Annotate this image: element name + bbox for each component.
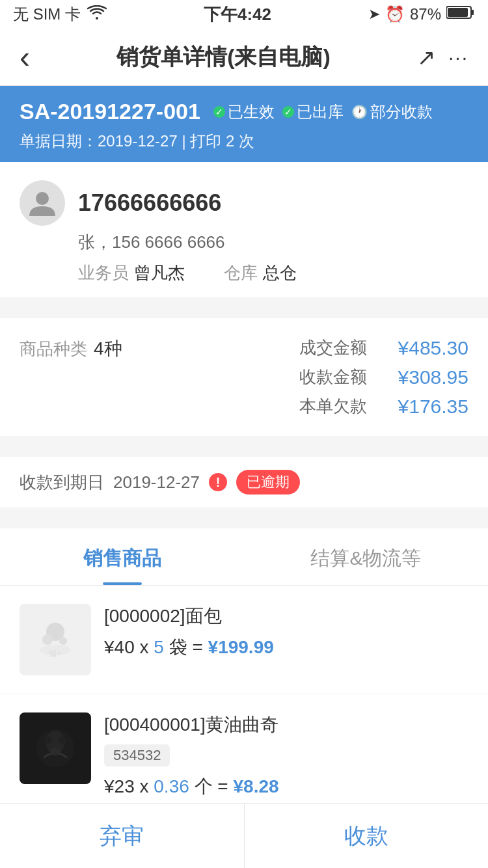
page-title: 销货单详情(来自电脑) — [116, 42, 331, 72]
wifi-icon — [87, 5, 107, 23]
unit-2: 个 — [195, 776, 213, 796]
battery-icon — [446, 5, 475, 23]
svg-point-8 — [40, 645, 71, 655]
tabs-section: 销售商品 结算&物流等 — [0, 528, 488, 586]
order-id-row: SA-20191227-001 ✓ 已生效 ✓ 已出库 🕐 部分收款 — [20, 99, 468, 124]
deal-amount-row: 成交金额 ¥485.30 — [299, 336, 468, 359]
svg-rect-2 — [448, 8, 468, 17]
warehouse-label: 仓库 — [224, 262, 258, 284]
amounts-section: 成交金额 ¥485.30 收款金额 ¥308.95 本单欠款 ¥176.35 — [299, 336, 468, 418]
svg-point-14 — [49, 748, 61, 755]
shipped-dot: ✓ — [282, 106, 294, 118]
status-time: 下午4:42 — [204, 3, 271, 26]
clock-icon: 🕐 — [351, 104, 368, 120]
tab-settlement[interactable]: 结算&物流等 — [244, 528, 488, 585]
product-image-2 — [20, 712, 91, 784]
status-tags: ✓ 已生效 ✓ 已出库 🕐 部分收款 — [213, 102, 433, 122]
received-amount-row: 收款金额 ¥308.95 — [299, 366, 468, 388]
svg-point-5 — [42, 634, 53, 645]
alarm-icon: ⏰ — [385, 5, 405, 23]
confirm-button[interactable]: 收款 — [245, 804, 489, 868]
nav-bar: ‹ 销货单详情(来自电脑) ↗ ··· — [0, 29, 488, 86]
product-types-value: 4种 — [94, 336, 122, 361]
debt-amount-row: 本单欠款 ¥176.35 — [299, 395, 468, 418]
product-sku-2: 534532 — [104, 744, 170, 766]
active-dot: ✓ — [213, 106, 225, 118]
svg-point-13 — [59, 737, 66, 744]
price-1: ¥40 — [104, 637, 135, 657]
employee-row: 业务员 曾凡杰 仓库 总仓 — [78, 262, 468, 284]
status-shipped: ✓ 已出库 — [282, 102, 344, 122]
gap-3 — [0, 518, 488, 528]
unit-1: 袋 — [169, 637, 187, 657]
product-price-2: ¥23 x 0.36 个 = ¥8.28 — [104, 774, 468, 799]
due-date-label: 收款到期日 — [20, 471, 104, 494]
warehouse-value: 总仓 — [263, 262, 297, 284]
order-date: 单据日期：2019-12-27 | 打印 2 次 — [20, 131, 468, 152]
salesperson-value: 曾凡杰 — [134, 262, 185, 284]
status-right: ➤ ⏰ 87% — [368, 5, 475, 23]
gap-2 — [0, 446, 488, 457]
overdue-badge: 已逾期 — [236, 470, 300, 495]
back-button[interactable]: ‹ — [20, 39, 30, 75]
reject-button[interactable]: 弃审 — [0, 804, 245, 868]
received-amount-value: ¥308.95 — [377, 366, 468, 388]
svg-rect-1 — [471, 10, 474, 15]
debt-amount-label: 本单欠款 — [299, 395, 367, 418]
product-types-label: 商品种类 — [20, 338, 87, 360]
product-price-1: ¥40 x 5 袋 = ¥199.99 — [104, 635, 468, 660]
bottom-bar: 弃审 收款 — [0, 803, 488, 868]
due-date-value: 2019-12-27 — [113, 472, 200, 493]
nav-right: ↗ ··· — [417, 44, 468, 70]
share-icon[interactable]: ↗ — [417, 44, 435, 70]
avatar — [20, 180, 65, 226]
product-item-2: [000400001]黄油曲奇 534532 ¥23 x 0.36 个 = ¥8… — [0, 694, 488, 818]
svg-point-12 — [44, 737, 52, 744]
location-icon: ➤ — [368, 6, 380, 23]
carrier-label: 无 SIM 卡 — [13, 4, 81, 25]
customer-contact: 张，156 6666 6666 — [78, 231, 468, 254]
svg-point-3 — [36, 192, 49, 205]
received-amount-label: 收款金额 — [299, 366, 367, 388]
customer-row: 17666666666 — [20, 180, 468, 226]
nav-left: ‹ — [20, 39, 30, 75]
price-2: ¥23 — [104, 776, 135, 796]
svg-point-6 — [59, 637, 67, 645]
product-name-2: [000400001]黄油曲奇 — [104, 712, 468, 737]
total-1: ¥199.99 — [208, 637, 274, 657]
product-info-1: [0000002]面包 ¥40 x 5 袋 = ¥199.99 — [104, 604, 468, 660]
salesperson-label: 业务员 — [78, 262, 129, 284]
product-info-2: [000400001]黄油曲奇 534532 ¥23 x 0.36 个 = ¥8… — [104, 712, 468, 799]
order-id: SA-20191227-001 — [20, 99, 200, 124]
total-2: ¥8.28 — [233, 776, 278, 796]
header-banner: SA-20191227-001 ✓ 已生效 ✓ 已出库 🕐 部分收款 单据日期：… — [0, 86, 488, 162]
status-active: ✓ 已生效 — [213, 102, 275, 122]
debt-amount-value: ¥176.35 — [377, 396, 468, 418]
more-icon[interactable]: ··· — [448, 46, 468, 68]
product-image-1: 猫+ — [20, 604, 91, 675]
product-item-1: 猫+ [0000002]面包 ¥40 x 5 袋 = ¥199.99 — [0, 586, 488, 694]
tab-sales-products[interactable]: 销售商品 — [0, 528, 244, 585]
status-left: 无 SIM 卡 — [13, 4, 107, 25]
qty-2: 0.36 — [154, 776, 189, 796]
status-partial: 🕐 部分收款 — [351, 102, 433, 122]
gap-1 — [0, 308, 488, 318]
due-date-section: 收款到期日 2019-12-27 ! 已逾期 — [0, 457, 488, 508]
warning-icon: ! — [209, 473, 227, 491]
product-name-1: [0000002]面包 — [104, 604, 468, 629]
deal-amount-label: 成交金额 — [299, 336, 367, 359]
customer-section: 17666666666 张，156 6666 6666 业务员 曾凡杰 仓库 总… — [0, 162, 488, 297]
stats-section: 商品种类 4种 成交金额 ¥485.30 收款金额 ¥308.95 本单欠款 ¥… — [0, 318, 488, 436]
products-list: 猫+ [0000002]面包 ¥40 x 5 袋 = ¥199.99 — [0, 586, 488, 818]
status-bar: 无 SIM 卡 下午4:42 ➤ ⏰ 87% — [0, 0, 488, 29]
customer-id: 17666666666 — [78, 189, 221, 217]
qty-1: 5 — [154, 637, 164, 657]
deal-amount-value: ¥485.30 — [377, 337, 468, 359]
product-types: 商品种类 4种 — [20, 336, 122, 361]
battery-label: 87% — [410, 5, 441, 23]
